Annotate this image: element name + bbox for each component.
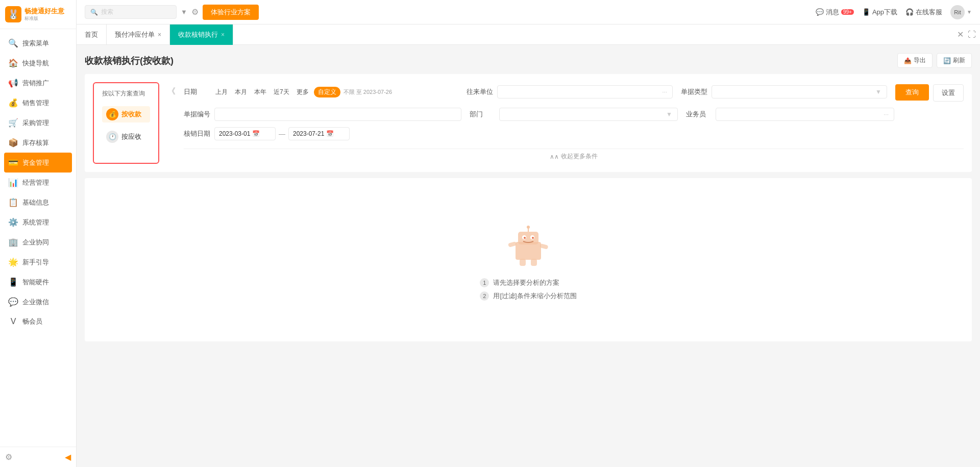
sidebar-item-system-label: 系统管理 [22,218,49,227]
filter-by-receipt-label: 按收款 [121,110,141,119]
sidebar-item-inventory-label: 库存核算 [22,138,49,148]
staff-ellipsis: ··· [884,111,889,118]
online-service-button[interactable]: 🎧 在线客服 [905,8,942,17]
filter-by-receipt-option[interactable]: 💰 按收款 [102,106,150,122]
counterpart-input[interactable]: ··· [497,85,673,99]
messages-label: 消息 [826,8,839,17]
filter-by-receivable-option[interactable]: 🕐 按应收 [102,129,150,145]
inventory-nav-icon: 📦 [8,138,18,148]
verify-date-label: 核销日期 [184,129,210,138]
collapse-more-label: 收起更多条件 [561,152,598,161]
tabs-bar: 首页 预付冲应付单 × 收款核销执行 × ✕ ⛶ [77,24,980,45]
sidebar-item-basic-info-label: 基础信息 [22,198,49,207]
table-area: 1 请先选择要分析的方案 2 用[过滤]条件来缩小分析范围 [85,178,972,341]
sidebar-item-inventory[interactable]: 📦 库存核算 [0,133,76,153]
filter-container: 按以下方案查询 💰 按收款 🕐 按应收 《 日期 [85,74,972,172]
online-service-label: 在线客服 [916,8,942,17]
refresh-button[interactable]: 🔄 刷新 [937,53,972,68]
header-right: 💬 消息 99+ 📱 App下载 🎧 在线客服 Rit ▼ [816,5,972,19]
tab-prepay[interactable]: 预付冲应付单 × [107,24,170,45]
hardware-nav-icon: 📱 [8,277,18,287]
sidebar-item-search-label: 搜索菜单 [22,39,49,48]
doc-num-label: 单据编号 [184,110,210,119]
close-tab-icon[interactable]: ✕ [957,30,964,39]
sidebar-item-system[interactable]: ⚙️ 系统管理 [0,212,76,232]
dept-dropdown-icon: ▼ [666,111,672,118]
counterpart-field: 往来单位 ··· [467,85,673,99]
settings-bottom-icon[interactable]: ⚙ [5,452,12,462]
counterpart-ellipsis: ··· [662,88,667,95]
messages-button[interactable]: 💬 消息 99+ [816,8,854,17]
tab-verify-close[interactable]: × [221,31,225,38]
query-button[interactable]: 查询 [895,84,929,101]
sidebar-item-member[interactable]: V 畅会员 [0,312,76,331]
export-button[interactable]: 📤 导出 [897,53,933,68]
doc-num-field: 单据编号 [184,108,461,121]
sidebar-item-purchase[interactable]: 🛒 采购管理 [0,113,76,133]
app-download-button[interactable]: 📱 App下载 [862,8,897,17]
verify-date-start-value: 2023-03-01 [219,130,250,137]
more-date-btn[interactable]: 更多 [295,87,311,97]
settings-button[interactable]: 设置 [933,84,964,102]
date-label: 日期 [184,87,209,96]
sidebar-nav: 🔍 搜索菜单 🏠 快捷导航 📢 营销推广 💰 销售管理 🛒 采购管理 📦 库存核… [0,29,76,447]
staff-input[interactable]: ··· [716,108,894,121]
sidebar-item-quick-nav[interactable]: 🏠 快捷导航 [0,53,76,73]
last-month-btn[interactable]: 上月 [213,87,230,97]
sidebar-item-quick-nav-label: 快捷导航 [22,59,49,68]
filter-form: 日期 上月 本月 本年 近7天 更多 自定义 不限 至 2023-07-26 往… [184,82,964,164]
this-year-btn[interactable]: 本年 [252,87,268,97]
verify-date-start-input[interactable]: 2023-03-01 📅 [214,127,276,140]
home-nav-icon: 🏠 [8,58,18,68]
doc-type-select[interactable]: ▼ [712,85,887,99]
doc-num-input[interactable] [214,108,461,121]
main-area: 🔍 搜索 ▼ ⚙ 体验行业方案 💬 消息 99+ 📱 App下载 🎧 在线客服 [77,0,980,467]
logo-icon: 🐰 [5,6,21,22]
guide-nav-icon: 🌟 [8,257,18,267]
sidebar-item-basic-info[interactable]: 📋 基础信息 [0,192,76,212]
tab-prepay-label: 预付冲应付单 [115,30,155,39]
filter-actions-right: 查询 设置 [895,82,964,102]
verify-date-end-input[interactable]: 2023-07-21 📅 [288,127,350,140]
search-box[interactable]: 🔍 搜索 [85,5,177,19]
sidebar-item-sales[interactable]: 💰 销售管理 [0,93,76,113]
last7days-btn[interactable]: 近7天 [272,87,291,97]
tab-home[interactable]: 首页 [77,24,107,45]
search-placeholder: 搜索 [101,8,113,16]
sidebar-item-member-label: 畅会员 [22,317,42,326]
tab-verify[interactable]: 收款核销执行 × [170,24,233,45]
sidebar-item-finance[interactable]: 💳 资金管理 [4,153,72,173]
collapse-more-button[interactable]: ∧∧ 收起更多条件 [184,149,964,164]
sidebar-item-enterprise[interactable]: 🏢 企业协同 [0,232,76,252]
download-icon: 📱 [862,8,870,16]
counterpart-label: 往来单位 [467,87,493,96]
headset-icon: 🎧 [905,8,914,16]
logo-text: 畅捷通好生意 标准版 [24,7,64,22]
maximize-tab-icon[interactable]: ⛶ [968,30,976,39]
svg-rect-11 [531,259,537,266]
empty-tip-1: 1 请先选择要分析的方案 [480,278,576,287]
sidebar-item-hardware[interactable]: 📱 智能硬件 [0,272,76,292]
dept-select[interactable]: ▼ [499,108,678,121]
user-avatar-button[interactable]: Rit ▼ [950,5,972,19]
this-month-btn[interactable]: 本月 [233,87,249,97]
svg-rect-8 [508,241,517,248]
sidebar-item-search[interactable]: 🔍 搜索菜单 [0,33,76,53]
sidebar-item-wechat[interactable]: 💬 企业微信 [0,292,76,312]
sidebar-item-finance-label: 资金管理 [22,158,49,167]
dropdown-icon[interactable]: ▼ [181,8,187,16]
avatar: Rit [950,5,965,19]
sidebar-item-enterprise-label: 企业协同 [22,238,49,247]
industry-solution-button[interactable]: 体验行业方案 [203,5,259,20]
tab-prepay-close[interactable]: × [158,31,161,38]
custom-date-btn[interactable]: 自定义 [314,87,340,97]
sidebar-item-guide[interactable]: 🌟 新手引导 [0,252,76,272]
collapse-sidebar-icon[interactable]: ◀ [65,452,71,462]
collapse-filter-button[interactable]: 《 [165,84,178,99]
sidebar-item-marketing-label: 营销推广 [22,79,49,88]
settings-icon[interactable]: ⚙ [191,7,199,17]
export-icon: 📤 [904,57,912,64]
filter-row-3: 核销日期 2023-03-01 📅 — 2023-07-21 📅 [184,127,964,140]
sidebar-item-marketing[interactable]: 📢 营销推广 [0,73,76,93]
sidebar-item-operations[interactable]: 📊 经营管理 [0,173,76,192]
